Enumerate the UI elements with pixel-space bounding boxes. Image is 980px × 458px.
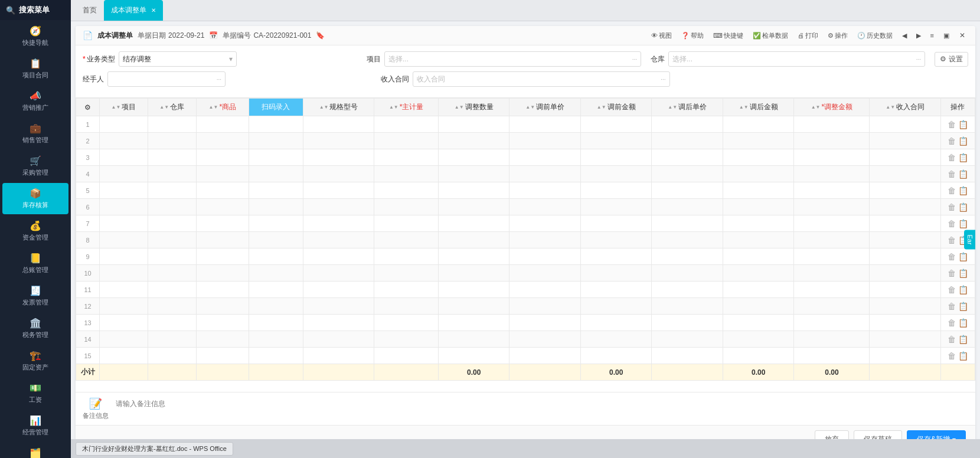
cell-scan[interactable] bbox=[249, 331, 303, 348]
tab-cost-adjust[interactable]: 成本调整单 ✕ bbox=[104, 0, 163, 21]
cell-project[interactable] bbox=[100, 282, 148, 298]
cell-warehouse[interactable] bbox=[148, 232, 196, 248]
cell-warehouse[interactable] bbox=[148, 348, 196, 364]
check-btn[interactable]: ✅ 检单数据 bbox=[750, 30, 790, 41]
cell-project[interactable] bbox=[100, 199, 148, 215]
sidebar-item-purchase-mgmt[interactable]: 🛒 采购管理 bbox=[2, 151, 68, 182]
cell-after-price[interactable] bbox=[652, 133, 723, 149]
cell-adj-amt[interactable] bbox=[794, 232, 870, 248]
delete-icon[interactable]: 🗑 bbox=[948, 351, 956, 361]
cell-scan[interactable] bbox=[249, 315, 303, 331]
cell-operation[interactable]: 🗑 📋 bbox=[940, 166, 975, 182]
cell-warehouse[interactable] bbox=[148, 182, 196, 199]
cell-before-amt[interactable] bbox=[580, 199, 651, 215]
delete-icon[interactable]: 🗑 bbox=[948, 235, 956, 245]
cell-adj-qty[interactable] bbox=[439, 298, 509, 315]
cell-after-price[interactable] bbox=[652, 215, 723, 232]
cell-adj-qty[interactable] bbox=[439, 282, 509, 298]
cell-before-amt[interactable] bbox=[580, 215, 651, 232]
list-view-btn[interactable]: ≡ bbox=[928, 31, 936, 40]
cell-after-amt[interactable] bbox=[723, 116, 793, 133]
col-settings[interactable]: ⚙ bbox=[76, 99, 100, 116]
cell-adj-qty[interactable] bbox=[439, 116, 509, 133]
nav-next-btn[interactable]: ▶ bbox=[914, 31, 923, 41]
cell-before-price[interactable] bbox=[509, 298, 580, 315]
copy-icon[interactable]: 📋 bbox=[958, 318, 968, 328]
cell-spec[interactable] bbox=[303, 232, 374, 248]
cell-warehouse[interactable] bbox=[148, 315, 196, 331]
delete-icon[interactable]: 🗑 bbox=[948, 120, 956, 129]
cell-before-amt[interactable] bbox=[580, 348, 651, 364]
cell-income-contract[interactable] bbox=[870, 199, 940, 215]
table-row[interactable]: 12 🗑 📋 bbox=[76, 298, 975, 315]
table-row[interactable]: 3 🗑 📋 bbox=[76, 149, 975, 166]
cell-adj-amt[interactable] bbox=[794, 199, 870, 215]
cell-adj-qty[interactable] bbox=[439, 149, 509, 166]
cell-adj-qty[interactable] bbox=[439, 182, 509, 199]
cell-spec[interactable] bbox=[303, 133, 374, 149]
cell-scan[interactable] bbox=[249, 182, 303, 199]
cell-before-price[interactable] bbox=[509, 248, 580, 265]
col-scan[interactable]: 扫码录入 bbox=[249, 99, 303, 116]
shortcut-btn[interactable]: ⌨ 快捷键 bbox=[711, 30, 746, 41]
cell-adj-qty[interactable] bbox=[439, 315, 509, 331]
cell-warehouse[interactable] bbox=[148, 282, 196, 298]
delete-icon[interactable]: 🗑 bbox=[948, 219, 956, 228]
cell-scan[interactable] bbox=[249, 166, 303, 182]
cell-before-amt[interactable] bbox=[580, 182, 651, 199]
copy-icon[interactable]: 📋 bbox=[958, 153, 968, 162]
right-edge-tab[interactable]: Ear bbox=[964, 230, 975, 249]
cell-project[interactable] bbox=[100, 133, 148, 149]
cell-before-price[interactable] bbox=[509, 315, 580, 331]
cell-income-contract[interactable] bbox=[870, 182, 940, 199]
copy-icon[interactable]: 📋 bbox=[958, 136, 968, 146]
table-row[interactable]: 2 🗑 📋 bbox=[76, 133, 975, 149]
copy-icon[interactable]: 📋 bbox=[958, 169, 968, 179]
cell-operation[interactable]: 🗑 📋 bbox=[940, 199, 975, 215]
copy-icon[interactable]: 📋 bbox=[958, 351, 968, 361]
sidebar-item-quick-nav[interactable]: 🧭 快捷导航 bbox=[2, 21, 68, 52]
cell-operation[interactable]: 🗑 📋 bbox=[940, 331, 975, 348]
settings-btn[interactable]: ⚙ 设置 bbox=[935, 52, 968, 67]
copy-icon[interactable]: 📋 bbox=[958, 269, 968, 278]
cell-income-contract[interactable] bbox=[870, 331, 940, 348]
delete-icon[interactable]: 🗑 bbox=[948, 285, 956, 295]
sidebar-item-invoice-mgmt[interactable]: 🧾 发票管理 bbox=[2, 280, 68, 312]
table-row[interactable]: 4 🗑 📋 bbox=[76, 166, 975, 182]
cell-goods[interactable] bbox=[196, 315, 249, 331]
delete-icon[interactable]: 🗑 bbox=[948, 252, 956, 261]
cell-before-amt[interactable] bbox=[580, 116, 651, 133]
cell-goods[interactable] bbox=[196, 215, 249, 232]
table-row[interactable]: 15 🗑 📋 bbox=[76, 348, 975, 364]
cell-spec[interactable] bbox=[303, 298, 374, 315]
cell-after-amt[interactable] bbox=[723, 315, 793, 331]
delete-icon[interactable]: 🗑 bbox=[948, 153, 956, 162]
cell-after-price[interactable] bbox=[652, 348, 723, 364]
cell-scan[interactable] bbox=[249, 348, 303, 364]
cell-operation[interactable]: 🗑 📋 bbox=[940, 149, 975, 166]
sidebar-item-project-contract[interactable]: 📋 项目合同 bbox=[2, 53, 68, 84]
copy-icon[interactable]: 📋 bbox=[958, 186, 968, 195]
cell-warehouse[interactable] bbox=[148, 298, 196, 315]
cell-adj-qty[interactable] bbox=[439, 232, 509, 248]
cell-before-price[interactable] bbox=[509, 331, 580, 348]
cell-before-amt[interactable] bbox=[580, 331, 651, 348]
cell-income-contract[interactable] bbox=[870, 282, 940, 298]
sidebar-item-salary[interactable]: 💵 工资 bbox=[2, 378, 68, 409]
cell-after-price[interactable] bbox=[652, 116, 723, 133]
cell-income-contract[interactable] bbox=[870, 265, 940, 282]
delete-icon[interactable]: 🗑 bbox=[948, 136, 956, 146]
sidebar-item-tax-mgmt[interactable]: 🏛️ 税务管理 bbox=[2, 313, 68, 344]
copy-icon[interactable]: 📋 bbox=[958, 219, 968, 228]
cell-project[interactable] bbox=[100, 166, 148, 182]
cell-warehouse[interactable] bbox=[148, 265, 196, 282]
cell-project[interactable] bbox=[100, 298, 148, 315]
cell-operation[interactable]: 🗑 📋 bbox=[940, 133, 975, 149]
cell-goods[interactable] bbox=[196, 133, 249, 149]
delete-icon[interactable]: 🗑 bbox=[948, 186, 956, 195]
cell-adj-amt[interactable] bbox=[794, 331, 870, 348]
delete-icon[interactable]: 🗑 bbox=[948, 269, 956, 278]
cell-unit[interactable] bbox=[374, 116, 439, 133]
cell-scan[interactable] bbox=[249, 248, 303, 265]
cell-before-amt[interactable] bbox=[580, 166, 651, 182]
